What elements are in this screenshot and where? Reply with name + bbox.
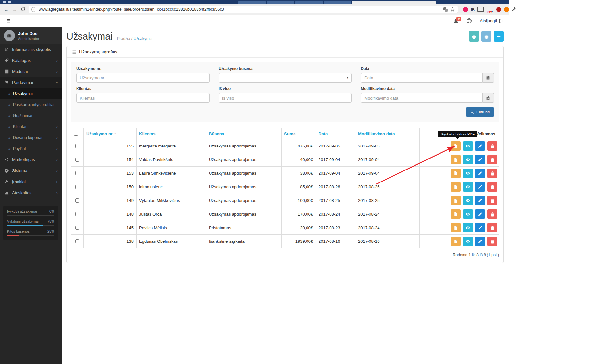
edit-order-button[interactable] [475,155,485,164]
invoice-pdf-button[interactable] [451,169,461,178]
delete-order-button[interactable] [487,223,497,232]
sidebar-item-returns[interactable]: » Grąžinimai [0,110,62,121]
sidebar-item-catalog[interactable]: Katalogas › [0,55,62,66]
sidebar-item-gift-vouchers[interactable]: » Dovanų kuponai › [0,132,62,143]
delete-order-button[interactable] [487,141,497,151]
row-checkbox[interactable] [75,226,79,230]
row-checkbox[interactable] [75,144,79,148]
sort-order-nr-link[interactable]: Užsakymo nr.^ [86,131,116,136]
sidebar-item-customers[interactable]: » Klientai › [0,121,62,132]
menu-toggle-icon[interactable] [5,18,11,23]
eyedropper-extension-icon[interactable] [463,7,468,12]
invoice-pdf-button[interactable] [451,182,461,192]
filter-date-input[interactable] [361,73,483,83]
forward-icon[interactable]: → [12,6,18,12]
url-field[interactable]: i www.agregatai.lt/siteadmin14/index.php… [29,6,458,13]
select-all-checkbox[interactable] [74,132,78,136]
window-icon[interactable] [3,1,6,3]
bookmark-star-icon[interactable] [450,7,455,12]
profile-avatar-icon[interactable] [504,7,509,12]
edit-order-button[interactable] [475,182,485,192]
calendar-icon[interactable] [483,93,494,103]
browser-tab-active[interactable] [352,1,436,4]
filter-customer-input[interactable] [76,93,210,103]
row-checkbox[interactable] [75,158,79,162]
invoice-pdf-button[interactable] [451,223,461,232]
sidebar-item-modules[interactable]: Moduliai › [0,66,62,77]
translate-icon[interactable] [443,7,448,12]
delete-order-button[interactable] [487,155,497,164]
delete-order-button[interactable] [487,237,497,246]
browser-tab[interactable] [267,1,294,4]
adblock-extension-icon[interactable] [496,7,501,12]
sidebar-item-reports[interactable]: Ataskaitos › [0,187,62,198]
invoice-pdf-button[interactable] [451,209,461,219]
row-checkbox[interactable] [75,171,79,175]
user-profile[interactable]: John Doe Administrator [0,27,62,44]
browser-tab[interactable] [324,1,351,4]
sort-customer-link[interactable]: Klientas [139,131,156,136]
view-order-button[interactable] [463,237,473,246]
add-order-button[interactable] [494,31,504,42]
invoice-pdf-button[interactable] [451,237,461,246]
sort-date-link[interactable]: Data [319,131,328,136]
print-shipping-list-button[interactable] [481,31,491,42]
sidebar-item-orders[interactable]: » Užsakymai [0,88,62,99]
browser-tab[interactable] [295,1,323,4]
page-info-icon[interactable]: i [31,7,36,12]
delete-order-button[interactable] [487,196,497,205]
logout-link[interactable]: Atsijungti [480,18,503,23]
screencast-extension-icon[interactable] [477,7,484,12]
sort-status-link[interactable]: Būsena [209,131,224,136]
sidebar-item-sales[interactable]: Pardavimai › [0,77,62,88]
ip-extension-icon[interactable]: IP, [471,8,475,11]
screenshot-extension-icon[interactable]: New [487,7,493,12]
back-icon[interactable]: ← [3,6,9,12]
invoice-pdf-button[interactable] [451,196,461,205]
row-checkbox[interactable] [75,185,79,189]
filter-order-input[interactable] [76,73,210,83]
row-checkbox[interactable] [75,198,79,203]
view-order-button[interactable] [463,196,473,205]
sort-modified-link[interactable]: Modifikavimo data [358,131,395,136]
filter-status-select[interactable] [219,73,352,83]
edit-order-button[interactable] [475,223,485,232]
view-order-button[interactable] [463,155,473,164]
delete-order-button[interactable] [487,169,497,178]
filter-total-input[interactable] [219,93,352,103]
edit-order-button[interactable] [475,141,485,151]
view-order-button[interactable] [463,141,473,151]
invoice-pdf-button[interactable] [451,141,461,151]
language-globe-icon[interactable] [466,18,472,24]
sidebar-item-paypal[interactable]: » PayPal › [0,143,62,154]
filter-modified-input[interactable] [361,93,483,103]
refresh-icon[interactable] [20,6,26,12]
breadcrumb-current[interactable]: Užsakymai [134,36,153,41]
edit-order-button[interactable] [475,237,485,246]
sidebar-item-recurring-profiles[interactable]: » Pasikartojantys profiliai [0,99,62,110]
edit-order-button[interactable] [475,209,485,219]
invoice-pdf-button[interactable] [451,155,461,164]
sidebar-item-marketing[interactable]: Marketingas › [0,154,62,165]
view-order-button[interactable] [463,169,473,178]
delete-order-button[interactable] [487,182,497,192]
sidebar-item-system[interactable]: Sistema › [0,165,62,176]
view-order-button[interactable] [463,182,473,192]
print-invoice-button[interactable] [469,31,479,42]
window-icon[interactable] [8,1,11,3]
browser-menu-icon[interactable] [512,7,516,12]
calendar-icon[interactable] [483,73,494,83]
breadcrumb-home[interactable]: Pradžia [117,36,130,41]
sidebar-item-tools[interactable]: Įrankiai › [0,176,62,187]
row-checkbox[interactable] [75,239,79,243]
edit-order-button[interactable] [475,169,485,178]
edit-order-button[interactable] [475,196,485,205]
browser-tab[interactable] [238,1,266,4]
view-order-button[interactable] [463,209,473,219]
delete-order-button[interactable] [487,209,497,219]
sort-total-link[interactable]: Suma [284,131,295,136]
view-order-button[interactable] [463,223,473,232]
filter-button[interactable]: Filtruoti [466,107,494,117]
row-checkbox[interactable] [75,212,79,216]
notifications-bell-icon[interactable]: 0 [453,18,459,24]
